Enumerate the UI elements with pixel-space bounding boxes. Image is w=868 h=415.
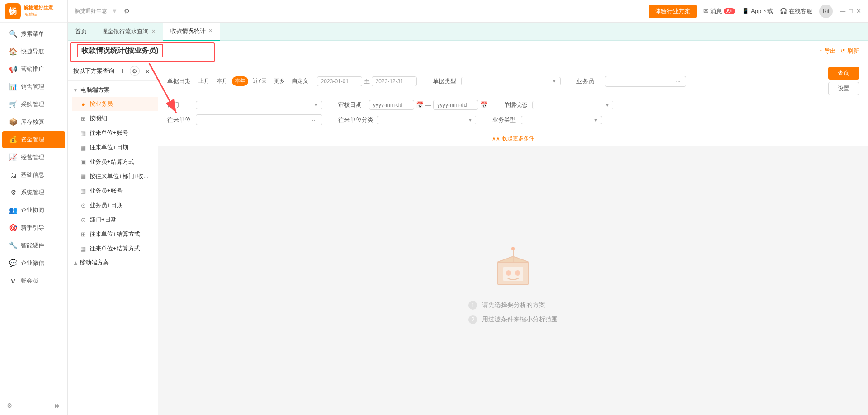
partner-settle1-icon: ⊞ <box>80 231 87 238</box>
dept-date-icon: ⊙ <box>80 216 87 223</box>
system-icon: ⚙ <box>9 189 17 197</box>
page-title: 收款情况统计(按业务员) <box>77 44 163 57</box>
partner-settle2-icon: ▦ <box>80 245 87 252</box>
doc-type-dropdown[interactable]: ▼ <box>461 77 561 85</box>
online-service-btn[interactable]: 🎧 在线客服 <box>780 7 812 15</box>
sidebar-item-hardware[interactable]: 🔧 智能硬件 <box>2 237 65 254</box>
tab-bank-close[interactable]: ✕ <box>151 28 156 34</box>
filter-dept-item: 部门 ▼ <box>167 101 322 109</box>
salesperson-date-icon: ⊙ <box>80 202 87 209</box>
svg-point-3 <box>506 270 511 276</box>
review-from-input[interactable] <box>369 100 414 110</box>
message-btn[interactable]: ✉ 消息 99+ <box>703 7 735 15</box>
add-scheme-btn[interactable]: + <box>117 66 127 76</box>
sidebar-item-system[interactable]: ⚙ 系统管理 <box>2 184 65 201</box>
biz-type-dropdown[interactable]: ▼ <box>521 116 602 124</box>
scheme-item-salesperson[interactable]: ● 按业务员 <box>72 97 158 111</box>
maximize-icon[interactable]: □ <box>849 8 853 14</box>
sidebar-item-member[interactable]: V 畅会员 <box>2 272 65 289</box>
date-from-input[interactable] <box>317 76 362 86</box>
scheme-item-dept-date[interactable]: ⊙ 部门+日期 <box>72 212 158 227</box>
scheme-item-partner-account[interactable]: ▦ 往来单位+账号 <box>72 126 158 140</box>
scheme-settings-icon[interactable]: ⚙ <box>130 66 140 76</box>
section-arrow: ▼ <box>73 88 78 93</box>
date-tab-more[interactable]: 更多 <box>271 76 288 86</box>
doc-status-dropdown[interactable]: ▼ <box>532 101 613 109</box>
svg-point-6 <box>511 247 515 250</box>
scheme-item-salesperson-settle[interactable]: ▣ 业务员+结算方式 <box>72 155 158 169</box>
collapse-bar[interactable]: ∧∧ 收起更多条件 <box>158 131 868 146</box>
salesperson-more-icon[interactable]: ··· <box>675 78 681 85</box>
mobile-section-header[interactable]: ▶ 移动端方案 <box>68 256 158 269</box>
date-tab-this-year[interactable]: 本年 <box>232 76 248 86</box>
set-btn[interactable]: 设置 <box>828 82 859 95</box>
date-tab-last-month[interactable]: 上月 <box>196 76 212 86</box>
sidebar-item-inventory[interactable]: 📦 库存核算 <box>2 113 65 131</box>
content-layout: 按以下方案查询 + ⚙ « ▼ 电脑端方案 <box>68 61 868 415</box>
basic-icon: 🗂 <box>9 171 17 179</box>
scheme-item-salesperson-date[interactable]: ⊙ 业务员+日期 <box>72 198 158 212</box>
date-tab-custom[interactable]: 自定义 <box>289 76 311 86</box>
collapse-panel-btn[interactable]: « <box>142 66 152 76</box>
scheme-item-detail[interactable]: ⊞ 按明细 <box>72 111 158 126</box>
trial-btn[interactable]: 体验行业方案 <box>649 5 697 18</box>
refresh-btn[interactable]: ↺ 刷新 <box>840 47 859 55</box>
sidebar-nav: 🔍 搜索菜单 🏠 快捷导航 📢 营销推广 📊 销售管理 🛒 采购管理 📦 库存核… <box>0 23 67 396</box>
empty-tip-2: 2 用过滤条件来缩小分析范围 <box>468 315 558 324</box>
scheme-item-partner-settle1[interactable]: ⊞ 往来单位+结算方式 <box>72 227 158 241</box>
tab-receipt[interactable]: 收款情况统计 ✕ <box>163 23 220 41</box>
refresh-icon: ↺ <box>840 47 845 54</box>
collapse-bottom-icon[interactable]: ⏭ <box>53 401 63 410</box>
sidebar-item-guide[interactable]: 🎯 新手引导 <box>2 219 65 236</box>
partner-category-dropdown[interactable]: ▼ <box>377 116 476 124</box>
partner-dropdown[interactable]: ··· <box>196 114 322 125</box>
salesperson-dropdown[interactable]: ··· <box>605 76 686 87</box>
scheme-item-partner-dept[interactable]: ▦ 按往来单位+部门+收... <box>72 169 158 184</box>
date-to-input[interactable] <box>372 76 417 86</box>
partner-account-icon: ▦ <box>80 129 87 137</box>
settings-bottom-icon[interactable]: ⚙ <box>5 401 14 410</box>
tip-num-1: 1 <box>468 301 477 310</box>
message-icon: ✉ <box>703 8 708 14</box>
tab-receipt-close[interactable]: ✕ <box>208 28 212 34</box>
topbar-left: 畅捷通好生意 ▼ ⚙ <box>75 6 132 16</box>
sidebar-item-purchase[interactable]: 🛒 采购管理 <box>2 96 65 113</box>
sidebar-item-finance[interactable]: 💰 资金管理 <box>2 131 65 148</box>
settings-topbar-icon[interactable]: ⚙ <box>122 6 132 16</box>
sidebar-item-wechat[interactable]: 💬 企业微信 <box>2 255 65 272</box>
marketing-icon: 📢 <box>9 65 17 73</box>
scheme-item-partner-date[interactable]: ▦ 往来单位+日期 <box>72 140 158 155</box>
query-btn[interactable]: 查询 <box>828 67 859 80</box>
sidebar-item-operation[interactable]: 📈 经营管理 <box>2 149 65 166</box>
tab-bank[interactable]: 现金银行流水查询 ✕ <box>94 23 163 41</box>
cal-icon2: 📅 <box>480 101 488 108</box>
sidebar-item-corp[interactable]: 👥 企业协同 <box>2 202 65 219</box>
minimize-icon[interactable]: — <box>840 8 845 14</box>
date-tab-this-month[interactable]: 本月 <box>214 76 230 86</box>
close-icon[interactable]: ✕ <box>856 8 861 14</box>
review-to-input[interactable] <box>433 100 478 110</box>
cal-icon: 📅 <box>416 101 424 108</box>
desktop-section-header[interactable]: ▼ 电脑端方案 <box>68 83 158 97</box>
sidebar-item-search[interactable]: 🔍 搜索菜单 <box>2 25 65 42</box>
page-header: 收款情况统计(按业务员) ↑ 导出 ↺ 刷新 <box>68 41 868 61</box>
scheme-item-partner-settle2[interactable]: ▦ 往来单位+结算方式 <box>72 241 158 256</box>
export-btn[interactable]: ↑ 导出 <box>820 47 836 55</box>
sidebar: 畅 畅捷通好生意 标准版 🔍 搜索菜单 🏠 快捷导航 📢 营销推广 📊 销售管理… <box>0 0 68 415</box>
app-download-btn[interactable]: 📱 App下载 <box>742 7 773 15</box>
sidebar-item-sales[interactable]: 📊 销售管理 <box>2 78 65 95</box>
partner-more-icon[interactable]: ··· <box>311 116 317 123</box>
left-panel: 按以下方案查询 + ⚙ « ▼ 电脑端方案 <box>68 61 158 415</box>
sidebar-item-basic[interactable]: 🗂 基础信息 <box>2 166 65 184</box>
sidebar-item-marketing[interactable]: 📢 营销推广 <box>2 61 65 78</box>
tab-home[interactable]: 首页 <box>68 23 94 41</box>
sidebar-item-quicknav[interactable]: 🏠 快捷导航 <box>2 43 65 60</box>
salesperson-account-icon: ▦ <box>80 187 87 194</box>
scheme-item-salesperson-account[interactable]: ▦ 业务员+账号 <box>72 184 158 198</box>
date-tab-7days[interactable]: 近7天 <box>250 76 269 86</box>
date-dash: 至 <box>364 77 370 85</box>
dept-dropdown[interactable]: ▼ <box>196 101 322 109</box>
filter-doctype-item: 单据类型 ▼ <box>433 77 561 85</box>
salesperson-settle-icon: ▣ <box>80 158 87 165</box>
user-avatar[interactable]: Rit <box>819 5 833 18</box>
